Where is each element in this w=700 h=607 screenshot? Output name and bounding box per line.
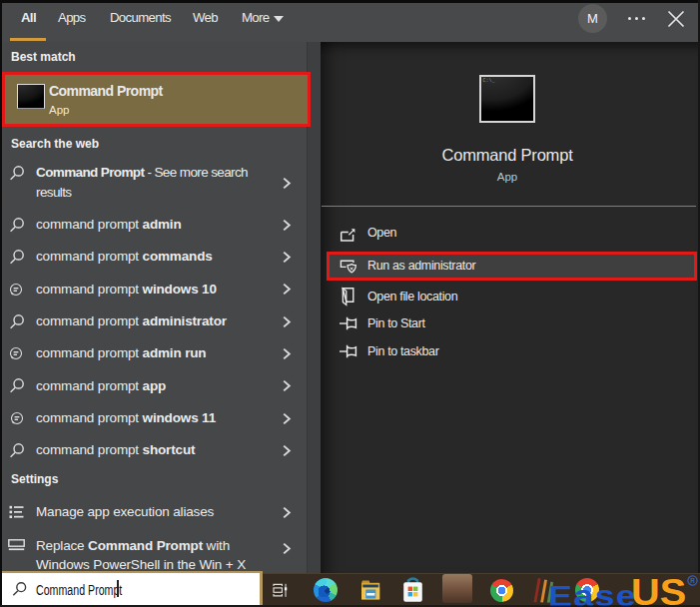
svg-text:R: R (690, 577, 695, 584)
